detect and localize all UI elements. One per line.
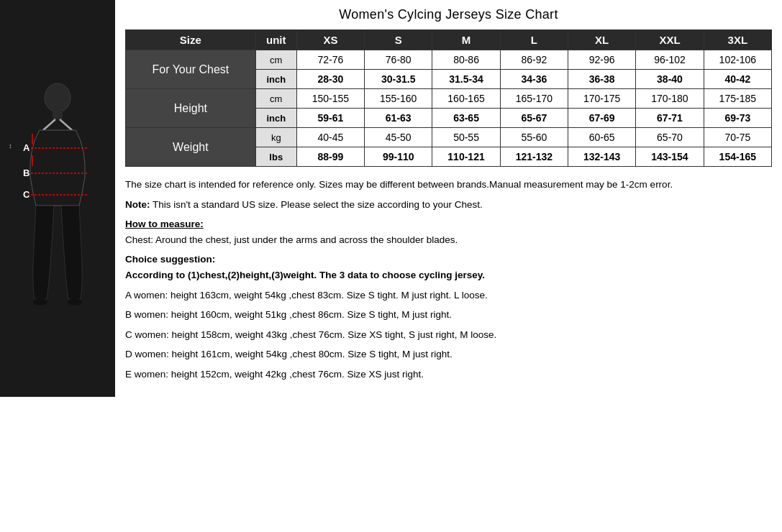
unit-cell: cm: [255, 89, 296, 109]
unit-cell: kg: [255, 128, 296, 147]
table-row: Weightkg40-4545-5050-5555-6060-6565-7070…: [126, 128, 772, 147]
example-3: D women: height 161cm, weight 54kg ,ches…: [125, 347, 772, 362]
data-cell: 63-65: [432, 109, 500, 128]
example-4: E women: height 152cm, weight 42kg ,ches…: [125, 367, 772, 382]
data-cell: 67-71: [636, 109, 704, 128]
data-cell: 65-67: [500, 109, 568, 128]
figure-illustration: A B C ↕: [7, 76, 108, 321]
choice-paragraph: Choice suggestion: According to (1)chest…: [125, 252, 772, 283]
example-0: A women: height 163cm, weight 54kg ,ches…: [125, 288, 772, 303]
example-2: C women: height 158cm, weight 43kg ,ches…: [125, 327, 772, 343]
data-cell: 60-65: [568, 128, 636, 147]
row-header-2: Weight: [126, 128, 256, 167]
examples-container: A women: height 163cm, weight 54kg ,ches…: [125, 288, 772, 382]
note-paragraph: Note: This isn't a standard US size. Ple…: [125, 197, 772, 213]
how-label: How to measure:: [125, 219, 204, 229]
data-cell: 80-86: [432, 50, 500, 70]
data-cell: 76-80: [365, 50, 432, 70]
col-m: M: [432, 30, 500, 50]
image-panel: A B C ↕: [0, 0, 115, 397]
col-xl: XL: [568, 30, 636, 50]
data-cell: 40-45: [296, 128, 364, 147]
how-paragraph: How to measure: Chest: Around the chest,…: [125, 216, 772, 247]
data-cell: 30-31.5: [365, 70, 432, 89]
col-xxl: XXL: [636, 30, 704, 50]
data-cell: 69-73: [704, 109, 771, 128]
col-xs: XS: [296, 30, 364, 50]
data-cell: 40-42: [704, 70, 771, 89]
data-cell: 45-50: [365, 128, 432, 147]
svg-point-10: [33, 298, 47, 306]
col-l: L: [500, 30, 568, 50]
col-3xl: 3XL: [704, 30, 771, 50]
data-cell: 72-76: [296, 50, 364, 70]
note-label: Note:: [125, 199, 150, 210]
col-unit: unit: [255, 30, 296, 50]
data-cell: 170-180: [636, 89, 704, 109]
notes-section: The size chart is intended for reference…: [125, 177, 772, 382]
data-cell: 175-185: [704, 89, 771, 109]
data-cell: 34-36: [500, 70, 568, 89]
data-cell: 36-38: [568, 70, 636, 89]
col-size: Size: [126, 30, 256, 50]
data-cell: 121-132: [500, 147, 568, 167]
data-cell: 96-102: [636, 50, 704, 70]
disclaimer-text: The size chart is intended for reference…: [125, 177, 772, 193]
data-cell: 170-175: [568, 89, 636, 109]
svg-text:B: B: [23, 168, 29, 178]
unit-cell: cm: [255, 50, 296, 70]
data-cell: 65-70: [636, 128, 704, 147]
page-wrapper: A B C ↕ Women's Cylcing Jerseys Size Cha…: [0, 0, 782, 397]
svg-rect-1: [53, 111, 63, 119]
table-header-row: Size unit XS S M L XL XXL 3XL: [126, 30, 772, 50]
data-cell: 61-63: [365, 109, 432, 128]
data-cell: 165-170: [500, 89, 568, 109]
svg-line-2: [43, 119, 55, 130]
data-cell: 55-60: [500, 128, 568, 147]
content-panel: Women's Cylcing Jerseys Size Chart Size …: [115, 0, 782, 397]
data-cell: 92-96: [568, 50, 636, 70]
data-cell: 155-160: [365, 89, 432, 109]
table-row: For Your Chestcm72-7676-8080-8686-9292-9…: [126, 50, 772, 70]
data-cell: 59-61: [296, 109, 364, 128]
col-s: S: [365, 30, 432, 50]
choice-main: According to (1)chest,(2)height,(3)weigh…: [125, 270, 485, 280]
data-cell: 88-99: [296, 147, 364, 167]
data-cell: 143-154: [636, 147, 704, 167]
svg-point-11: [68, 298, 82, 306]
table-row: Heightcm150-155155-160160-165165-170170-…: [126, 89, 772, 109]
data-cell: 110-121: [432, 147, 500, 167]
svg-text:C: C: [23, 189, 30, 200]
note-text: This isn't a standard US size. Please se…: [150, 199, 483, 210]
how-text: Chest: Around the chest, just under the …: [125, 234, 458, 245]
chart-title: Women's Cylcing Jerseys Size Chart: [125, 7, 772, 22]
svg-text:A: A: [23, 142, 30, 153]
svg-text:↕: ↕: [9, 142, 12, 150]
data-cell: 160-165: [432, 89, 500, 109]
data-cell: 99-110: [365, 147, 432, 167]
unit-cell: lbs: [255, 147, 296, 167]
unit-cell: inch: [255, 70, 296, 89]
data-cell: 28-30: [296, 70, 364, 89]
svg-line-3: [60, 119, 72, 130]
example-1: B women: height 160cm, weight 51kg ,ches…: [125, 307, 772, 323]
data-cell: 154-165: [704, 147, 771, 167]
data-cell: 31.5-34: [432, 70, 500, 89]
data-cell: 132-143: [568, 147, 636, 167]
svg-point-0: [45, 83, 71, 112]
row-header-1: Height: [126, 89, 256, 128]
data-cell: 38-40: [636, 70, 704, 89]
choice-label: Choice suggestion:: [125, 254, 215, 265]
size-chart-table: Size unit XS S M L XL XXL 3XL For Your C…: [125, 29, 772, 167]
data-cell: 67-69: [568, 109, 636, 128]
data-cell: 102-106: [704, 50, 771, 70]
data-cell: 150-155: [296, 89, 364, 109]
row-header-0: For Your Chest: [126, 50, 256, 89]
data-cell: 70-75: [704, 128, 771, 147]
unit-cell: inch: [255, 109, 296, 128]
data-cell: 86-92: [500, 50, 568, 70]
data-cell: 50-55: [432, 128, 500, 147]
